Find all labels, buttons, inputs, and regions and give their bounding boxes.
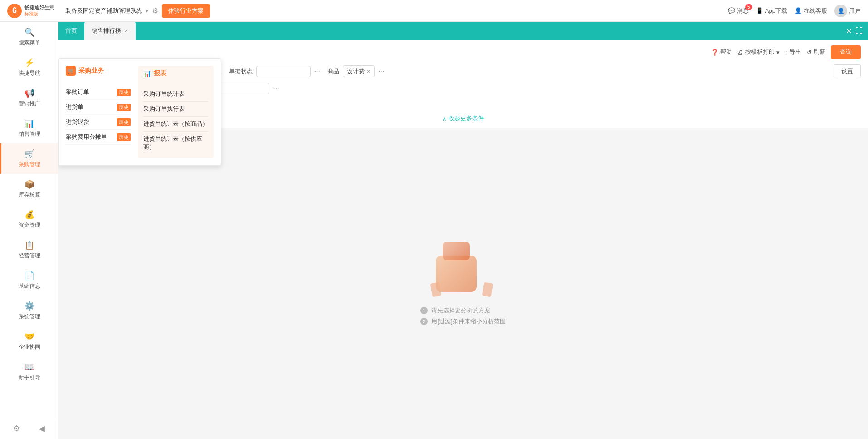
doc-status-filter: 单据状态 ··· bbox=[229, 66, 320, 77]
help-btn[interactable]: ❓ 帮助 bbox=[711, 48, 732, 56]
empty-step-1: 1 请先选择要分析的方案 bbox=[420, 306, 505, 315]
sidebar-item-quick[interactable]: ⚡ 快捷导航 bbox=[0, 52, 58, 83]
doc-status-dots[interactable]: ··· bbox=[314, 67, 320, 75]
industry-btn[interactable]: 体验行业方案 bbox=[162, 4, 210, 18]
empty-steps: 1 请先选择要分析的方案 2 用[过滤]条件来缩小分析范围 bbox=[420, 306, 505, 326]
tab-close-icon[interactable]: ✕ bbox=[124, 28, 128, 34]
message-btn[interactable]: 💬 消息 5 bbox=[728, 7, 749, 15]
top-header: 6 畅捷通好生意 标准版 装备及固定资产辅助管理系统 ▾ ⚙ 体验行业方案 💬 … bbox=[0, 0, 868, 22]
sidebar-item-system[interactable]: ⚙️ 系统管理 bbox=[0, 296, 58, 326]
logo-sub: 标准版 bbox=[24, 11, 54, 17]
app-download-btn[interactable]: 📱 App下载 bbox=[756, 7, 787, 15]
system-title: 装备及固定资产辅助管理系统 bbox=[65, 7, 142, 15]
step-1-text: 请先选择要分析的方案 bbox=[431, 306, 490, 315]
online-service-label: 在线客服 bbox=[804, 7, 827, 15]
inventory-icon: 📦 bbox=[24, 179, 34, 189]
sidebar-label-purchase: 采购管理 bbox=[19, 161, 40, 168]
quick-icon: ⚡ bbox=[24, 58, 34, 68]
doc-status-select[interactable] bbox=[256, 66, 311, 77]
history-tag-0: 历史 bbox=[117, 89, 131, 96]
print-dropdown-icon[interactable]: ▾ bbox=[776, 49, 780, 56]
close-window-icon[interactable]: ✕ bbox=[846, 27, 852, 35]
sidebar-item-search[interactable]: 🔍 搜索菜单 bbox=[0, 22, 58, 52]
tab-sales-rank[interactable]: 销售排行榜 ✕ bbox=[84, 22, 136, 40]
empty-state: 1 请先选择要分析的方案 2 用[过滤]条件来缩小分析范围 bbox=[58, 128, 868, 439]
step-num-1: 1 bbox=[420, 307, 428, 314]
sidebar-item-basic[interactable]: 📄 基础信息 bbox=[0, 265, 58, 296]
main-layout: 🔍 搜索菜单 ⚡ 快捷导航 📢 营销推广 📊 销售管理 🛒 采购管理 📦 库存核… bbox=[0, 22, 868, 439]
sidebar-item-sales[interactable]: 📊 销售管理 bbox=[0, 113, 58, 143]
sidebar-item-marketing[interactable]: 📢 营销推广 bbox=[0, 83, 58, 113]
dropdown-item-return-goods[interactable]: 进货退货 历史 bbox=[66, 115, 131, 130]
goods-label: 商品 bbox=[327, 67, 339, 75]
system-title-area: 装备及固定资产辅助管理系统 ▾ ⚙ 体验行业方案 bbox=[65, 4, 728, 18]
refresh-btn[interactable]: ↺ 刷新 bbox=[807, 48, 825, 56]
content-wrapper: 🛒 采购业务 采购订单 历史 进货单 历史 进货退货 历史 bbox=[58, 40, 868, 439]
tab-expand-btn[interactable]: ✕ ⛶ bbox=[840, 27, 868, 35]
refresh-icon: ↺ bbox=[807, 49, 812, 56]
action-btns-right: 设置 bbox=[834, 64, 861, 78]
purchase-report-col: 📊 报表 采购订单统计表 采购订单执行表 进货单统计表（按商品） 进货单统计表（… bbox=[138, 66, 214, 158]
guide-icon: 📖 bbox=[24, 362, 34, 372]
dropdown-item-expense-split[interactable]: 采购费用分摊单 历史 bbox=[66, 130, 131, 145]
maximize-icon[interactable]: ⛶ bbox=[855, 27, 863, 35]
collapse-sidebar-icon[interactable]: ◀ bbox=[39, 424, 45, 434]
header-right: 💬 消息 5 📱 App下载 👤 在线客服 👤 用户 bbox=[728, 5, 861, 17]
sidebar-item-inventory[interactable]: 📦 库存核算 bbox=[0, 174, 58, 204]
filter-toolbar: ❓ 帮助 🖨 按模板打印 ▾ ↑ 导出 ↺ bbox=[65, 45, 861, 59]
settings-btn[interactable]: 设置 bbox=[834, 64, 861, 78]
dropdown-report-stock-by-supplier[interactable]: 进货单统计表（按供应商） bbox=[143, 132, 208, 154]
sidebar-label-enterprise: 企业协同 bbox=[19, 343, 40, 351]
print-icon: 🖨 bbox=[737, 49, 743, 56]
online-service-btn[interactable]: 👤 在线客服 bbox=[795, 7, 827, 15]
sidebar-label-search: 搜索菜单 bbox=[19, 39, 40, 47]
goods-dots[interactable]: ··· bbox=[378, 67, 384, 75]
finance-icon: 💰 bbox=[24, 210, 34, 220]
logo-text: 畅捷通好生意 bbox=[24, 4, 54, 10]
purchase-icon: 🛒 bbox=[24, 149, 34, 159]
sidebar-label-system: 系统管理 bbox=[19, 313, 40, 321]
help-icon: ❓ bbox=[711, 49, 718, 56]
dropdown-arrow-icon[interactable]: ▾ bbox=[146, 8, 148, 14]
sidebar-label-basic: 基础信息 bbox=[19, 282, 40, 290]
sidebar-label-operations: 经营管理 bbox=[19, 252, 40, 260]
user-btn[interactable]: 👤 用户 bbox=[834, 5, 861, 17]
tab-home[interactable]: 首页 bbox=[58, 22, 84, 40]
settings-bottom-icon[interactable]: ⚙ bbox=[13, 424, 20, 434]
purchase-business-icon: 🛒 bbox=[66, 66, 76, 76]
sidebar-item-finance[interactable]: 💰 资金管理 bbox=[0, 204, 58, 235]
purchase-business-col: 🛒 采购业务 采购订单 历史 进货单 历史 进货退货 历史 bbox=[66, 66, 131, 158]
sales-icon: 📊 bbox=[24, 118, 34, 128]
goods-tag-text: 设计费 bbox=[347, 67, 365, 75]
goods-tag-close[interactable]: ✕ bbox=[366, 69, 371, 74]
sidebar-item-operations[interactable]: 📋 经营管理 bbox=[0, 235, 58, 265]
avatar: 👤 bbox=[834, 5, 847, 17]
tab-home-label: 首页 bbox=[65, 27, 77, 35]
message-icon: 💬 bbox=[728, 7, 735, 14]
sidebar-label-inventory: 库存核算 bbox=[19, 191, 40, 199]
dropdown-item-purchase-order[interactable]: 采购订单 历史 bbox=[66, 85, 131, 100]
marketing-icon: 📢 bbox=[24, 88, 34, 98]
purchase-report-title: 📊 报表 bbox=[143, 69, 208, 81]
sidebar-item-purchase[interactable]: 🛒 采购管理 bbox=[0, 143, 58, 174]
robot-head bbox=[443, 242, 470, 260]
print-btn[interactable]: 🖨 按模板打印 ▾ bbox=[737, 48, 780, 56]
sidebar-label-finance: 资金管理 bbox=[19, 222, 40, 229]
goods-tag: 设计费 ✕ bbox=[343, 65, 375, 77]
user-label: 用户 bbox=[849, 7, 861, 15]
sidebar-item-guide[interactable]: 📖 新手引导 bbox=[0, 356, 58, 387]
dropdown-report-order-exec[interactable]: 采购订单执行表 bbox=[143, 102, 208, 117]
phone-icon: 📱 bbox=[756, 7, 763, 14]
gear-icon[interactable]: ⚙ bbox=[152, 6, 158, 15]
sidebar-item-enterprise[interactable]: 🤝 企业协同 bbox=[0, 326, 58, 356]
operations-icon: 📋 bbox=[24, 240, 34, 250]
dropdown-report-stock-by-goods[interactable]: 进货单统计表（按商品） bbox=[143, 117, 208, 132]
query-btn[interactable]: 查询 bbox=[831, 45, 861, 59]
dropdown-report-order-summary[interactable]: 采购订单统计表 bbox=[143, 87, 208, 102]
enterprise-icon: 🤝 bbox=[24, 331, 34, 341]
export-btn[interactable]: ↑ 导出 bbox=[785, 48, 802, 56]
message-badge: 5 bbox=[745, 4, 752, 10]
logo-text-block: 畅捷通好生意 标准版 bbox=[24, 4, 54, 17]
salesperson-dots[interactable]: ··· bbox=[273, 84, 279, 93]
dropdown-item-stock-in[interactable]: 进货单 历史 bbox=[66, 100, 131, 115]
